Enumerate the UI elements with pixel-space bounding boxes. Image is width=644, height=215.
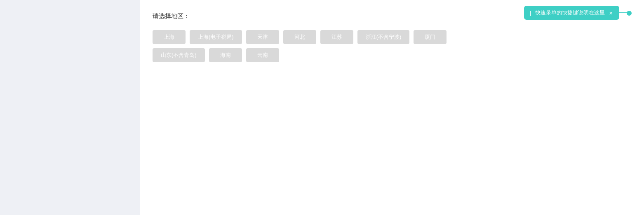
region-row-2: 山东(不含青岛)海南云南 (153, 48, 632, 62)
region-btn-shanghai[interactable]: 上海 (153, 30, 186, 44)
tooltip-text: 快速录单的快捷键说明在这里 (535, 9, 605, 16)
region-btn-hainan[interactable]: 海南 (209, 48, 242, 62)
region-btn-xiamen[interactable]: 厦门 (414, 30, 447, 44)
main-content: 请选择地区： 上海上海(电子税局)天津河北江苏浙江(不含宁波)厦门 山东(不含青… (140, 0, 644, 215)
tooltip-close-button[interactable]: × (608, 10, 613, 16)
region-btn-shandong[interactable]: 山东(不含青岛) (153, 48, 205, 62)
region-btn-jiangsu[interactable]: 江苏 (320, 30, 353, 44)
region-btn-yunnan[interactable]: 云南 (246, 48, 279, 62)
tooltip-banner: 快速录单的快捷键说明在这里 × (524, 6, 619, 20)
region-btn-zhejiang[interactable]: 浙江(不含宁波) (357, 30, 410, 44)
tooltip-line (619, 12, 628, 13)
region-btn-hebei[interactable]: 河北 (283, 30, 316, 44)
region-row-1: 上海上海(电子税局)天津河北江苏浙江(不含宁波)厦门 (153, 30, 632, 44)
region-btn-tianjin[interactable]: 天津 (246, 30, 279, 44)
left-sidebar (0, 0, 140, 215)
region-btn-shanghai-etax[interactable]: 上海(电子税局) (190, 30, 242, 44)
tooltip-dot (627, 11, 632, 16)
